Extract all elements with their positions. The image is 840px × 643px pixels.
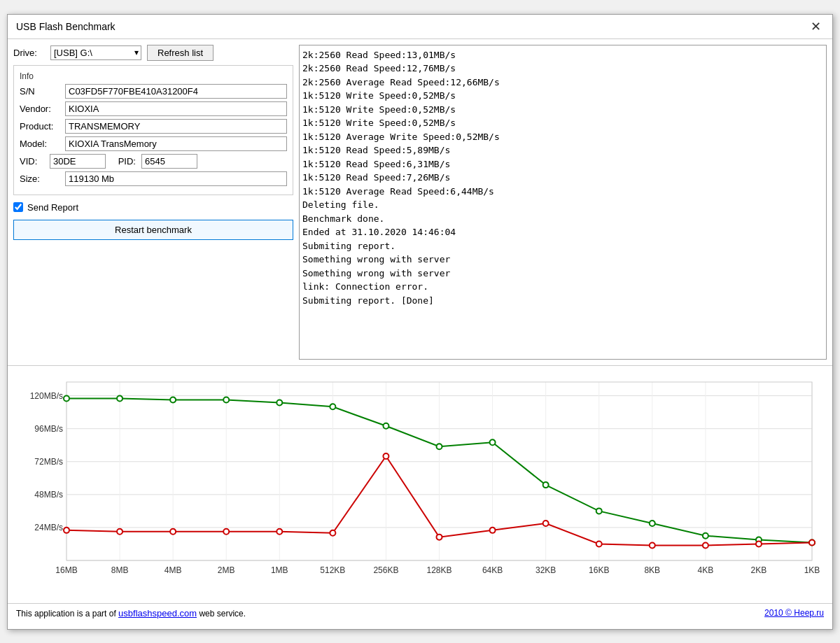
svg-text:4MB: 4MB [164, 565, 182, 575]
svg-text:48MB/s: 48MB/s [34, 489, 63, 499]
send-report-row: Send Report [13, 202, 293, 213]
send-report-label[interactable]: Send Report [27, 202, 78, 213]
product-input[interactable] [65, 119, 287, 134]
svg-point-60 [223, 528, 229, 534]
sn-input[interactable] [65, 84, 287, 99]
svg-text:16KB: 16KB [589, 565, 609, 575]
svg-text:96MB/s: 96MB/s [34, 423, 63, 433]
svg-text:24MB/s: 24MB/s [34, 522, 63, 532]
vid-label: VID: [20, 156, 44, 167]
svg-text:4KB: 4KB [698, 565, 714, 575]
info-title: Info [20, 71, 287, 81]
restart-benchmark-button[interactable]: Restart benchmark [13, 220, 293, 240]
svg-point-71 [809, 539, 815, 545]
footer-right-link[interactable]: 2010 © Heep.ru [764, 608, 824, 618]
window-title: USB Flash Benchmark [16, 21, 115, 32]
vendor-input[interactable] [65, 101, 287, 116]
svg-point-70 [756, 541, 762, 546]
svg-point-51 [543, 482, 549, 488]
footer: This application is a part of usbflashsp… [8, 603, 832, 623]
svg-point-49 [437, 444, 442, 449]
svg-text:64KB: 64KB [482, 565, 503, 575]
sn-label: S/N [20, 86, 65, 97]
svg-text:8KB: 8KB [644, 565, 660, 575]
svg-point-50 [490, 439, 496, 445]
model-input[interactable] [65, 136, 287, 151]
svg-point-68 [650, 542, 655, 548]
svg-point-54 [703, 532, 708, 538]
log-text: 2k:2560 Read Speed:13,01MB/s 2k:2560 Rea… [302, 48, 823, 308]
benchmark-chart: 120MB/s96MB/s72MB/s48MB/s24MB/s16MB8MB4M… [13, 372, 827, 595]
svg-text:16MB: 16MB [55, 565, 77, 575]
product-row: Product: [20, 119, 287, 134]
svg-text:1MB: 1MB [271, 565, 288, 575]
size-row: Size: [20, 171, 287, 186]
footer-text: This application is a part of [16, 609, 118, 619]
close-button[interactable]: ✕ [808, 20, 824, 33]
size-input[interactable] [65, 171, 287, 186]
svg-text:2KB: 2KB [751, 565, 767, 575]
svg-point-48 [383, 423, 388, 428]
svg-point-44 [170, 397, 176, 402]
footer-link[interactable]: usbflashspeed.com [118, 608, 197, 619]
svg-point-63 [383, 453, 388, 458]
svg-point-46 [276, 400, 282, 405]
svg-text:32KB: 32KB [536, 565, 556, 575]
left-panel: Drive: [USB] G:\ Refresh list Info S/N V… [13, 45, 293, 360]
svg-point-62 [330, 530, 335, 535]
svg-text:1KB: 1KB [804, 565, 820, 575]
svg-point-53 [650, 521, 655, 526]
svg-text:2MB: 2MB [218, 565, 235, 575]
svg-point-57 [64, 527, 69, 532]
svg-point-47 [330, 404, 335, 409]
svg-point-64 [437, 534, 442, 539]
top-content: Drive: [USB] G:\ Refresh list Info S/N V… [8, 39, 832, 366]
footer-left: This application is a part of usbflashsp… [16, 608, 246, 619]
footer-text2: web service. [197, 609, 246, 619]
svg-text:256KB: 256KB [373, 565, 398, 575]
svg-text:120MB/s: 120MB/s [30, 390, 63, 400]
vid-pid-row: VID: PID: [20, 154, 287, 169]
main-window: USB Flash Benchmark ✕ Drive: [USB] G:\ R… [7, 14, 833, 630]
svg-point-52 [596, 508, 602, 514]
sn-row: S/N [20, 84, 287, 99]
svg-text:128KB: 128KB [426, 565, 451, 575]
svg-point-65 [490, 527, 496, 532]
vendor-label: Vendor: [20, 104, 65, 114]
drive-row: Drive: [USB] G:\ Refresh list [13, 45, 293, 61]
send-report-checkbox[interactable] [13, 202, 23, 212]
svg-text:8MB: 8MB [111, 565, 129, 575]
vendor-row: Vendor: [20, 101, 287, 116]
refresh-list-button[interactable]: Refresh list [147, 45, 214, 61]
svg-point-42 [64, 395, 69, 401]
info-section: Info S/N Vendor: Product: Model: [13, 65, 293, 195]
vid-input[interactable] [50, 154, 106, 169]
svg-point-59 [170, 528, 176, 534]
model-row: Model: [20, 136, 287, 151]
size-label: Size: [20, 174, 65, 184]
title-bar: USB Flash Benchmark ✕ [8, 15, 832, 39]
drive-label: Drive: [13, 48, 45, 58]
svg-point-45 [223, 397, 229, 402]
pid-label: PID: [111, 156, 136, 167]
product-label: Product: [20, 121, 65, 132]
svg-text:512KB: 512KB [320, 565, 345, 575]
svg-point-67 [596, 541, 602, 546]
pid-input[interactable] [141, 154, 197, 169]
chart-section: 120MB/s96MB/s72MB/s48MB/s24MB/s16MB8MB4M… [8, 366, 832, 603]
svg-text:72MB/s: 72MB/s [34, 456, 63, 466]
svg-point-43 [117, 395, 122, 401]
svg-point-69 [703, 542, 708, 548]
svg-point-61 [276, 528, 282, 534]
svg-point-66 [543, 521, 549, 526]
model-label: Model: [20, 139, 65, 149]
svg-point-58 [117, 528, 122, 534]
log-panel[interactable]: 2k:2560 Read Speed:13,01MB/s 2k:2560 Rea… [299, 45, 827, 360]
drive-select[interactable]: [USB] G:\ [50, 45, 141, 60]
drive-select-wrapper[interactable]: [USB] G:\ [50, 45, 141, 60]
